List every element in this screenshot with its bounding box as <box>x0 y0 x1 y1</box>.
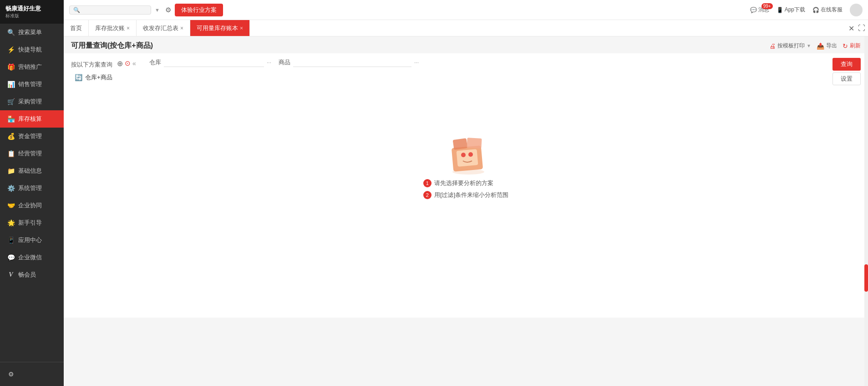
service-label: 在线客服 <box>821 6 843 14</box>
online-service-btn[interactable]: 🎧 在线客服 <box>812 6 843 14</box>
system-icon: ⚙️ <box>7 185 15 192</box>
sidebar-item-appstore[interactable]: 📱 应用中心 <box>0 232 64 249</box>
export-label: 导出 <box>826 42 837 50</box>
app-icon: 📱 <box>777 7 783 13</box>
sidebar-item-label: 畅会员 <box>18 271 36 279</box>
sidebar-item-purchase[interactable]: 🛒 采购管理 <box>0 93 64 110</box>
page-header-actions: 🖨 按模板打印 ▼ 📤 导出 ↻ 刷新 <box>769 42 861 50</box>
service-icon: 🎧 <box>812 7 819 13</box>
tab-recv-summary[interactable]: 收发存汇总表 × <box>137 20 190 36</box>
sidebar-item-label: 搜索菜单 <box>18 28 42 36</box>
page-header: 可用量查询(按仓库+商品) 🖨 按模板打印 ▼ 📤 导出 ↻ 刷新 <box>64 36 868 53</box>
sidebar-item-label: 系统管理 <box>18 184 42 192</box>
sidebar-item-search[interactable]: 🔍 搜索菜单 <box>0 24 64 41</box>
inventory-icon: 🏪 <box>7 115 15 123</box>
sidebar-item-newbie[interactable]: 🌟 新手引导 <box>0 214 64 232</box>
setting-scheme-icon[interactable]: ⊙ <box>125 59 131 67</box>
main-area: 🔍 ▼ ⚙ 体验行业方案 💬 消息 99+ 📱 App下载 🎧 在线客服 <box>64 0 868 386</box>
sidebar-item-wechat[interactable]: 💬 企业微信 <box>0 249 64 266</box>
tab-home[interactable]: 首页 <box>64 20 89 36</box>
topbar: 🔍 ▼ ⚙ 体验行业方案 💬 消息 99+ 📱 App下载 🎧 在线客服 <box>64 0 868 20</box>
refresh-btn[interactable]: ↻ 刷新 <box>843 42 861 50</box>
sidebar-item-system[interactable]: ⚙️ 系统管理 <box>0 180 64 197</box>
sidebar-item-marketing[interactable]: 🎁 营销推广 <box>0 58 64 76</box>
sidebar-item-inventory[interactable]: 🏪 库存核算 <box>0 110 64 128</box>
sidebar-item-label: 营销推广 <box>18 63 42 71</box>
wechat-icon: 💬 <box>7 254 15 261</box>
svg-rect-3 <box>467 138 482 149</box>
sidebar-item-label: 企业协同 <box>18 201 42 210</box>
query-btn[interactable]: 查询 <box>832 58 861 71</box>
scheme-item-warehouse-goods[interactable]: 🔄 仓库+商品 <box>71 72 144 83</box>
sidebar-item-operations[interactable]: 📋 经营管理 <box>0 145 64 162</box>
scheme-panel: 按以下方案查询 ⊕ ⊙ « 🔄 仓库+商品 <box>71 58 144 83</box>
tab-batch-ledger[interactable]: 库存批次账 × <box>89 20 137 36</box>
add-scheme-icon[interactable]: ⊕ <box>117 59 123 68</box>
topbar-gear-icon[interactable]: ⚙ <box>165 6 171 14</box>
right-scrollbar[interactable] <box>864 36 868 386</box>
warehouse-input[interactable] <box>164 58 264 67</box>
hint-1-num: 1 <box>423 179 431 187</box>
quick-nav-icon: ⚡ <box>7 46 15 53</box>
settings-footer-icon: ⚙ <box>7 371 15 378</box>
scheme-header: 按以下方案查询 ⊕ ⊙ « <box>71 58 144 69</box>
sidebar-item-label: 应用中心 <box>18 236 42 244</box>
sidebar-item-quick-nav[interactable]: ⚡ 快捷导航 <box>0 41 64 58</box>
search-box[interactable]: 🔍 <box>69 5 151 15</box>
sidebar-item-sales[interactable]: 📊 销售管理 <box>0 76 64 93</box>
sidebar-item-finance[interactable]: 💰 资金管理 <box>0 128 64 145</box>
member-icon: V <box>7 271 15 278</box>
finance-icon: 💰 <box>7 133 15 140</box>
export-btn[interactable]: 📤 导出 <box>817 42 837 50</box>
sidebar-item-label: 基础信息 <box>18 167 42 175</box>
sidebar-item-basic[interactable]: 📁 基础信息 <box>0 162 64 180</box>
warehouse-more-icon[interactable]: ··· <box>267 59 271 66</box>
empty-hint-2: 2 用[过滤]条件来缩小分析范围 <box>423 191 508 199</box>
svg-rect-4 <box>456 149 478 167</box>
empty-hint-1: 1 请先选择要分析的方案 <box>423 179 508 187</box>
basic-icon: 📁 <box>7 167 15 175</box>
tabbar-close-btn[interactable]: ✕ <box>848 24 854 32</box>
svg-rect-2 <box>452 138 467 150</box>
sidebar: 畅康通好生意 标准版 🔍 搜索菜单 ⚡ 快捷导航 🎁 营销推广 📊 销售管理 🛒… <box>0 0 64 386</box>
print-btn[interactable]: 🖨 按模板打印 ▼ <box>769 42 811 50</box>
tab-available-ledger-label: 可用量库存账本 <box>197 24 238 32</box>
sidebar-item-label: 资金管理 <box>18 132 42 140</box>
empty-state: 1 请先选择要分析的方案 2 用[过滤]条件来缩小分析范围 <box>64 90 868 217</box>
goods-input[interactable] <box>293 58 411 67</box>
search-icon: 🔍 <box>7 29 15 36</box>
sidebar-item-label: 快捷导航 <box>18 46 42 54</box>
export-icon: 📤 <box>817 42 824 50</box>
trial-btn[interactable]: 体验行业方案 <box>175 4 223 16</box>
tab-batch-ledger-close[interactable]: × <box>127 25 130 31</box>
brand-name: 畅康通好生意 <box>5 5 41 13</box>
sidebar-item-member[interactable]: V 畅会员 <box>0 266 64 283</box>
user-avatar[interactable] <box>850 4 863 16</box>
print-chevron-icon[interactable]: ▼ <box>807 43 811 48</box>
warehouse-label: 仓库 <box>149 58 161 67</box>
search-input[interactable] <box>82 7 137 13</box>
hint-2-num: 2 <box>423 191 431 199</box>
sidebar-item-settings-footer[interactable]: ⚙ <box>0 366 64 382</box>
action-buttons: 查询 设置 <box>832 58 861 85</box>
collapse-scheme-icon[interactable]: « <box>132 60 136 67</box>
app-download-btn[interactable]: 📱 App下载 <box>777 6 805 14</box>
refresh-icon: ↻ <box>843 42 848 50</box>
sidebar-item-label: 采购管理 <box>18 98 42 106</box>
sidebar-item-enterprise[interactable]: 🤝 企业协同 <box>0 197 64 214</box>
sidebar-item-label: 销售管理 <box>18 80 42 88</box>
tab-available-ledger-close[interactable]: × <box>240 25 243 31</box>
scrollbar-thumb <box>864 264 868 292</box>
goods-more-icon[interactable]: ··· <box>414 59 419 66</box>
empty-hints: 1 请先选择要分析的方案 2 用[过滤]条件来缩小分析范围 <box>423 179 508 199</box>
message-btn[interactable]: 💬 消息 99+ <box>750 6 769 14</box>
tab-batch-ledger-label: 库存批次账 <box>95 24 125 32</box>
settings-btn[interactable]: 设置 <box>832 72 861 85</box>
hint-1-text: 请先选择要分析的方案 <box>434 179 493 187</box>
tabbar-expand-btn[interactable]: ⛶ <box>858 24 865 32</box>
search-chevron-icon[interactable]: ▼ <box>155 7 160 13</box>
tab-recv-summary-label: 收发存汇总表 <box>143 24 178 32</box>
brand-sub: 标准版 <box>5 13 19 19</box>
tab-available-ledger[interactable]: 可用量库存账本 × <box>190 20 250 36</box>
tab-recv-summary-close[interactable]: × <box>180 25 183 31</box>
